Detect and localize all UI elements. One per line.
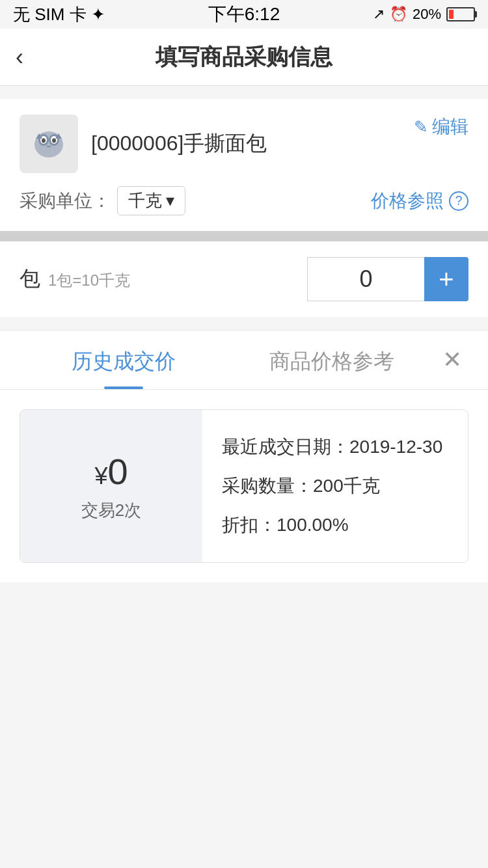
page-title: 填写商品采购信息 (156, 42, 332, 72)
status-time: 下午6:12 (208, 2, 280, 27)
section-divider (0, 231, 488, 241)
price-display: ¥0 (94, 450, 128, 493)
discount-label: 折扣： (222, 515, 277, 535)
product-header: [0000006]手撕面包 ✎ 编辑 (20, 115, 468, 173)
discount-value: 100.00% (277, 515, 349, 535)
quantity-unit-info: 包 1包=10千克 (20, 265, 130, 293)
battery-fill (449, 10, 454, 19)
price-card: ¥0 交易2次 最近成交日期：2019-12-30 采购数量：200千克 折扣：… (20, 409, 468, 563)
status-left: 无 SIM 卡 ✦ (13, 3, 105, 26)
quantity-input[interactable]: 0 (307, 257, 424, 301)
product-section: [0000006]手撕面包 ✎ 编辑 采购单位： 千克 ▾ 价格参照 ? (0, 99, 488, 231)
price-value: 0 (107, 451, 128, 492)
trade-count: 交易2次 (81, 499, 141, 522)
quantity-unit-main: 包 (20, 265, 40, 293)
quantity-plus-button[interactable]: + (424, 257, 468, 301)
battery-icon (446, 7, 475, 21)
help-icon: ? (449, 191, 468, 211)
discount-line: 折扣：100.00% (222, 511, 448, 539)
svg-point-5 (42, 138, 46, 142)
history-content: ¥0 交易2次 最近成交日期：2019-12-30 采购数量：200千克 折扣：… (0, 390, 488, 582)
product-unit-row: 采购单位： 千克 ▾ 价格参照 ? (20, 186, 468, 215)
currency-symbol: ¥ (94, 463, 107, 489)
alarm-icon: ⏰ (390, 6, 407, 23)
edit-button[interactable]: ✎ 编辑 (414, 115, 468, 139)
tab1-label: 历史成交价 (72, 349, 176, 373)
status-bar: 无 SIM 卡 ✦ 下午6:12 ↗ ⏰ 20% (0, 0, 488, 29)
quantity-unit-sub: 1包=10千克 (48, 270, 130, 291)
quantity-row: 包 1包=10千克 0 + (0, 241, 488, 317)
dropdown-arrow: ▾ (166, 191, 174, 211)
svg-point-6 (52, 138, 56, 142)
bottom-panel: 历史成交价 商品价格参考 ✕ ¥0 交易2次 (0, 330, 488, 582)
price-card-left: ¥0 交易2次 (20, 410, 202, 562)
price-card-right: 最近成交日期：2019-12-30 采购数量：200千克 折扣：100.00% (202, 410, 468, 562)
price-ref-button[interactable]: 价格参照 ? (371, 189, 468, 213)
edit-label: 编辑 (432, 115, 468, 139)
unit-select[interactable]: 千克 ▾ (117, 186, 185, 215)
product-left: [0000006]手撕面包 (20, 115, 267, 173)
unit-value: 千克 (128, 189, 162, 212)
quantity-detail-value: 200千克 (313, 476, 380, 496)
product-image-icon (29, 122, 68, 167)
nav-bar: ‹ 填写商品采购信息 (0, 29, 488, 86)
plus-icon: + (439, 265, 454, 294)
location-icon: ↗ (373, 6, 385, 23)
tabs-row: 历史成交价 商品价格参考 ✕ (0, 331, 488, 390)
quantity-value: 0 (359, 265, 372, 293)
recent-date-value: 2019-12-30 (349, 437, 442, 457)
tab2-label: 商品价格参考 (269, 349, 394, 373)
recent-date-label: 最近成交日期： (222, 437, 349, 457)
quantity-line: 采购数量：200千克 (222, 472, 448, 500)
edit-icon: ✎ (414, 117, 428, 137)
battery-percent: 20% (413, 6, 441, 23)
unit-label: 采购单位： (20, 189, 111, 213)
close-icon: ✕ (442, 346, 462, 373)
back-button[interactable]: ‹ (16, 44, 23, 71)
recent-date-line: 最近成交日期：2019-12-30 (222, 433, 448, 461)
tab-close-button[interactable]: ✕ (436, 333, 468, 387)
tab-price-reference[interactable]: 商品价格参考 (228, 331, 436, 389)
quantity-label: 采购数量： (222, 476, 313, 496)
signal-text: 无 SIM 卡 ✦ (13, 3, 105, 26)
product-thumbnail (20, 115, 78, 173)
tab-history-price[interactable]: 历史成交价 (20, 331, 228, 389)
product-name: [0000006]手撕面包 (91, 129, 267, 158)
status-right: ↗ ⏰ 20% (373, 6, 475, 23)
quantity-controls: 0 + (307, 257, 468, 301)
price-ref-label: 价格参照 (371, 189, 444, 213)
